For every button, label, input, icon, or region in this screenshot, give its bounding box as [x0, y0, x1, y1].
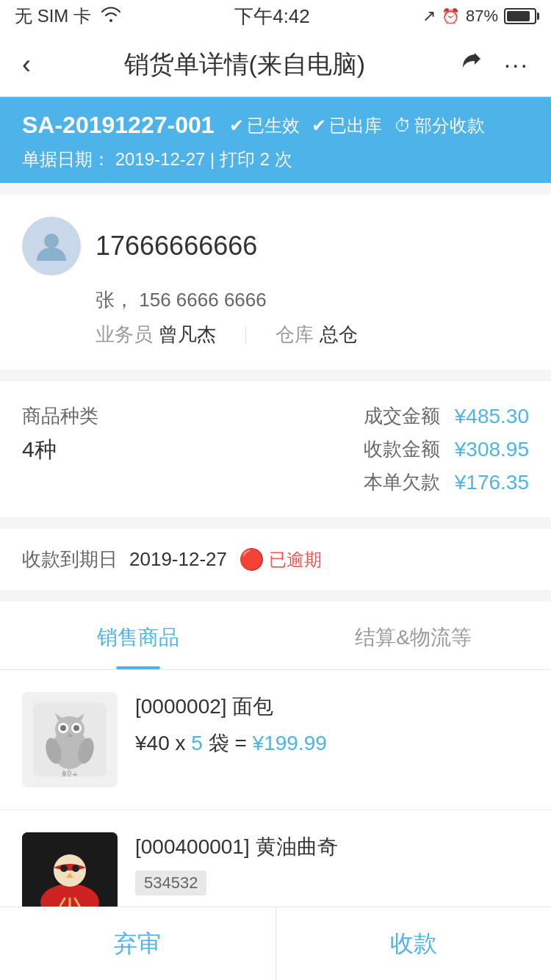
customer-contact: 张， 156 6666 6666	[22, 287, 529, 313]
staff-info: 业务员 曾凡杰	[96, 322, 216, 347]
product-name-2: [000400001] 黄油曲奇	[135, 832, 529, 861]
nav-bar: ‹ 销货单详情(来自电脑) ···	[0, 32, 551, 97]
status-partial-payment: ⏱ 部分收款	[394, 114, 485, 137]
status-bar-right: ↗ ⏰ 87%	[422, 7, 536, 26]
amount-row: 成交金额 ¥485.30	[364, 403, 529, 429]
product-price-1: ¥40 x 5 袋 = ¥199.99	[135, 729, 529, 757]
status-delivered: ✔ 已出库	[311, 114, 382, 137]
share-button[interactable]	[458, 50, 482, 79]
owing-row: 本单欠款 ¥176.35	[364, 469, 529, 495]
product-name-1: [0000002] 面包	[135, 692, 529, 721]
svg-point-18	[72, 865, 79, 872]
print-suffix: 次	[275, 149, 292, 169]
status-bar: 无 SIM 卡 下午4:42 ↗ ⏰ 87%	[0, 0, 551, 32]
status-time: 下午4:42	[234, 4, 310, 29]
wifi-icon	[100, 6, 122, 26]
overdue-icon: 🔴	[239, 547, 264, 572]
check-icon-2: ✔	[311, 115, 326, 136]
back-button[interactable]: ‹	[22, 49, 31, 80]
header-date-row: 单据日期： 2019-12-27 | 打印 2 次	[22, 148, 529, 171]
nav-actions: ···	[458, 50, 529, 79]
more-button[interactable]: ···	[504, 50, 529, 79]
due-section: 收款到期日 2019-12-27 🔴 已逾期	[0, 529, 551, 590]
check-icon-1: ✔	[229, 115, 244, 136]
tab-sales-products[interactable]: 销售商品	[0, 602, 276, 669]
tab-settlement[interactable]: 结算&物流等	[276, 602, 551, 669]
product-badge-2: 534532	[135, 871, 206, 896]
svg-point-7	[73, 725, 79, 731]
bottom-bar: 弃审 收款	[0, 907, 551, 980]
battery-icon	[504, 8, 536, 24]
order-id: SA-20191227-001	[22, 112, 215, 139]
header-banner: SA-20191227-001 ✔ 已生效 ✔ 已出库 ⏱ 部分收款 单据日期：…	[0, 97, 551, 183]
tabs-header: 销售商品 结算&物流等	[0, 602, 551, 670]
page-title: 销货单详情(来自电脑)	[124, 48, 366, 82]
product-item: 鲸+ [0000002] 面包 ¥40 x 5 袋 = ¥199.99	[0, 670, 551, 810]
svg-point-17	[60, 865, 68, 872]
print-count: 2	[260, 149, 270, 169]
svg-point-6	[60, 725, 66, 731]
print-separator: | 打印	[210, 149, 255, 169]
tabs-section: 销售商品 结算&物流等	[0, 602, 551, 955]
received-row: 收款金额 ¥308.95	[364, 436, 529, 462]
product-thumbnail-1: 鲸+	[22, 692, 118, 788]
alarm-icon: ⏰	[442, 7, 460, 25]
location-icon: ↗	[422, 7, 436, 26]
order-date: 2019-12-27	[115, 149, 206, 169]
collect-payment-button[interactable]: 收款	[276, 907, 552, 980]
summary-right: 成交金额 ¥485.30 收款金额 ¥308.95 本单欠款 ¥176.35	[364, 403, 529, 495]
overdue-badge: 🔴 已逾期	[239, 547, 322, 572]
cancel-review-button[interactable]: 弃审	[0, 907, 276, 980]
summary-left: 商品种类 4种	[22, 403, 98, 465]
date-label: 单据日期：	[22, 149, 110, 169]
customer-meta: 业务员 曾凡杰 仓库 总仓	[22, 322, 529, 347]
customer-section: 17666666666 张， 156 6666 6666 业务员 曾凡杰 仓库 …	[0, 195, 551, 370]
clock-icon: ⏱	[394, 115, 411, 136]
meta-divider	[245, 326, 246, 344]
customer-avatar	[22, 217, 81, 275]
customer-phone: 17666666666	[96, 231, 257, 262]
status-effective: ✔ 已生效	[229, 114, 300, 137]
warehouse-info: 仓库 总仓	[276, 322, 358, 347]
carrier-label: 无 SIM 卡	[15, 4, 91, 28]
status-bar-left: 无 SIM 卡	[15, 4, 122, 28]
product-info-1: [0000002] 面包 ¥40 x 5 袋 = ¥199.99	[135, 692, 529, 757]
battery-percent: 87%	[466, 7, 498, 26]
svg-text:鲸+: 鲸+	[62, 768, 78, 777]
summary-section: 商品种类 4种 成交金额 ¥485.30 收款金额 ¥308.95 本单欠款 ¥…	[0, 381, 551, 517]
status-tags: ✔ 已生效 ✔ 已出库 ⏱ 部分收款	[229, 114, 485, 137]
svg-point-0	[44, 234, 59, 248]
